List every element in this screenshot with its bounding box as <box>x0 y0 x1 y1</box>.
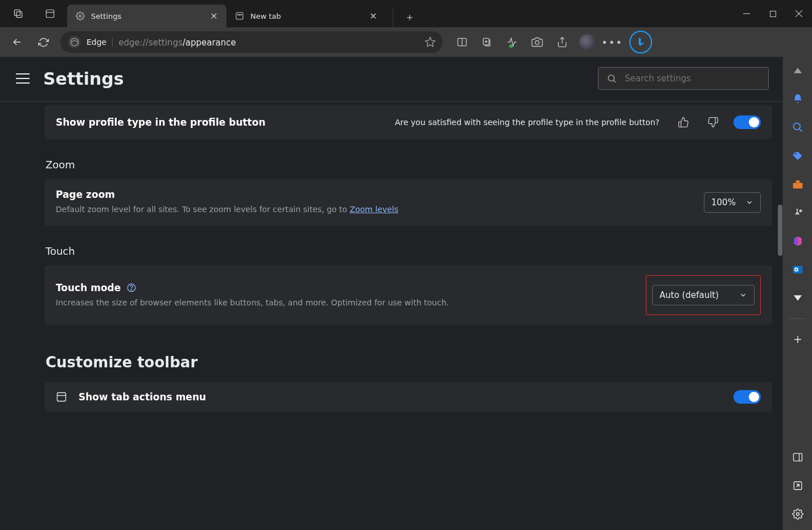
edge-icon <box>68 36 81 48</box>
more-button[interactable]: ••• <box>600 30 625 55</box>
sidebar-settings-icon[interactable] <box>790 506 806 522</box>
address-bar[interactable]: Edge edge://settings/appearance <box>60 31 443 53</box>
sidebar-more-icon[interactable] <box>790 290 806 306</box>
svg-point-22 <box>608 75 615 81</box>
scrollbar[interactable] <box>778 205 782 256</box>
avatar <box>579 34 595 50</box>
search-icon <box>607 73 617 84</box>
notifications-icon[interactable] <box>790 91 806 107</box>
svg-rect-5 <box>236 13 243 19</box>
outlook-icon[interactable] <box>790 262 806 278</box>
minimize-button[interactable] <box>733 0 760 27</box>
maximize-button[interactable] <box>760 0 786 27</box>
profile-button[interactable] <box>575 30 600 55</box>
setting-label: Show tab actions menu <box>79 391 206 403</box>
svg-point-7 <box>239 14 240 15</box>
sidebar-open-icon[interactable] <box>790 478 806 494</box>
tab-settings[interactable]: Settings ✕ <box>67 5 226 27</box>
sidebar-add-icon[interactable] <box>790 332 806 347</box>
screenshot-button[interactable] <box>525 30 550 55</box>
back-button[interactable] <box>5 30 30 55</box>
search-settings[interactable] <box>598 67 769 90</box>
svg-point-25 <box>131 289 132 289</box>
setting-label: Page zoom <box>56 189 693 200</box>
tab-label: New tab <box>250 12 361 20</box>
sidebar-panel-icon[interactable] <box>790 449 806 465</box>
svg-point-6 <box>238 14 238 15</box>
split-screen-button[interactable] <box>450 30 475 55</box>
collections-button[interactable] <box>475 30 500 55</box>
svg-rect-2 <box>46 10 54 18</box>
section-customize-toolbar: Customize toolbar <box>46 354 772 371</box>
svg-point-20 <box>535 41 539 45</box>
svg-rect-1 <box>17 12 22 18</box>
profile-type-toggle[interactable] <box>733 115 761 129</box>
page-title: Settings <box>43 69 124 89</box>
edge-sidebar <box>782 57 812 530</box>
svg-line-23 <box>613 80 615 82</box>
close-tab-button[interactable]: ✕ <box>207 9 221 23</box>
tab-actions-setting: Show tab actions menu <box>44 382 772 412</box>
help-icon[interactable] <box>126 283 137 293</box>
svg-point-4 <box>79 15 81 17</box>
svg-marker-28 <box>794 68 802 73</box>
close-window-button[interactable] <box>786 0 812 27</box>
share-button[interactable] <box>550 30 575 55</box>
setting-label: Touch mode <box>56 282 121 293</box>
newtab-icon <box>234 11 245 21</box>
chevron-down-icon <box>745 198 753 206</box>
search-input[interactable] <box>625 73 760 84</box>
touch-mode-dropdown[interactable]: Auto (default) <box>652 285 755 305</box>
menu-button[interactable] <box>16 72 30 85</box>
tab-actions-button[interactable] <box>38 1 63 26</box>
tab-actions-icon <box>56 391 67 403</box>
games-icon[interactable] <box>790 205 806 221</box>
svg-point-31 <box>795 153 797 155</box>
svg-marker-38 <box>794 295 802 300</box>
settings-header: Settings <box>0 57 782 102</box>
svg-rect-33 <box>795 180 799 183</box>
svg-rect-10 <box>770 11 776 16</box>
tab-actions-toggle[interactable] <box>733 390 761 404</box>
tab-label: Settings <box>91 12 201 20</box>
setting-label: Show profile type in the profile button <box>56 117 266 128</box>
tab-strip: Settings ✕ New tab ✕ ＋ <box>67 0 413 27</box>
shopping-icon[interactable] <box>790 148 806 164</box>
svg-rect-32 <box>793 183 802 189</box>
search-sidebar-icon[interactable] <box>790 119 806 135</box>
chevron-down-icon <box>739 291 747 299</box>
svg-marker-14 <box>426 38 435 47</box>
performance-button[interactable] <box>500 30 525 55</box>
tools-icon[interactable] <box>790 176 806 192</box>
touch-mode-highlight: Auto (default) <box>646 275 761 315</box>
workspaces-button[interactable] <box>6 1 31 26</box>
settings-page: Settings Show profile type in the profil… <box>0 57 782 530</box>
office-icon[interactable] <box>790 233 806 249</box>
tab-new[interactable]: New tab ✕ <box>226 5 386 27</box>
favorite-button[interactable] <box>424 36 436 48</box>
dropdown-value: 100% <box>711 197 736 208</box>
gear-icon <box>75 11 85 21</box>
thumbs-up-button[interactable] <box>674 113 693 131</box>
new-tab-button[interactable]: ＋ <box>393 7 413 27</box>
browser-toolbar: Edge edge://settings/appearance ••• <box>0 27 812 57</box>
zoom-levels-link[interactable]: Zoom levels <box>350 205 398 214</box>
refresh-button[interactable] <box>31 30 56 55</box>
sidebar-divider <box>789 318 806 319</box>
touch-mode-setting: Touch mode Increases the size of browser… <box>44 265 772 325</box>
setting-description: Increases the size of browser elements l… <box>56 297 634 309</box>
svg-rect-41 <box>793 453 802 461</box>
page-zoom-dropdown[interactable]: 100% <box>704 192 761 213</box>
svg-line-30 <box>799 129 802 132</box>
url-scheme: edge://settings <box>118 38 182 48</box>
svg-point-8 <box>241 14 241 15</box>
svg-point-29 <box>793 123 800 130</box>
close-tab-button[interactable]: ✕ <box>366 9 380 23</box>
sidebar-collapse-icon[interactable] <box>790 63 806 78</box>
thumbs-down-button[interactable] <box>704 113 722 131</box>
setting-description: Default zoom level for all sites. To see… <box>56 204 693 216</box>
site-identity: Edge <box>86 38 113 47</box>
profile-type-setting: Show profile type in the profile button … <box>44 105 772 139</box>
bing-chat-button[interactable] <box>629 31 652 53</box>
dropdown-value: Auto (default) <box>660 290 719 300</box>
